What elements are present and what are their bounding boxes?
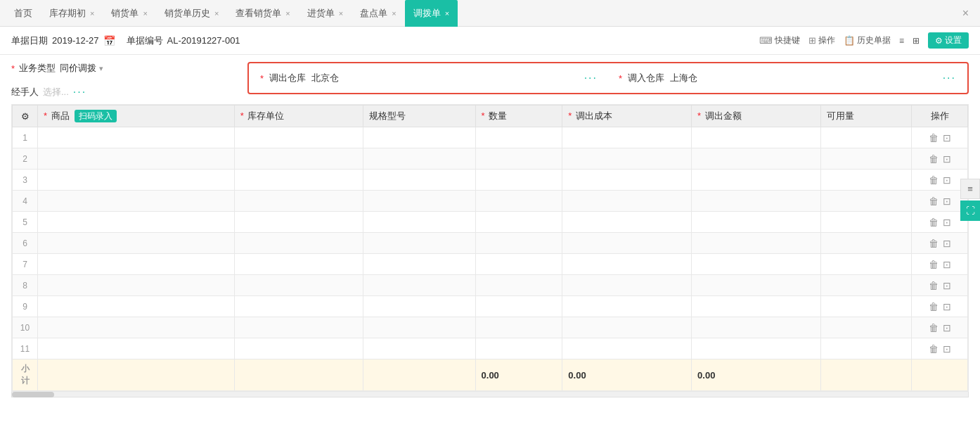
tab-close-transfer[interactable]: ×: [445, 9, 449, 18]
layout-list-button[interactable]: ≡: [899, 36, 904, 46]
history-button[interactable]: 📋 历史单据: [844, 34, 891, 46]
scrollbar-thumb[interactable]: [12, 392, 54, 397]
delete-row-button[interactable]: 🗑: [929, 238, 939, 249]
row-qty[interactable]: [475, 275, 562, 296]
delete-row-button[interactable]: 🗑: [929, 132, 939, 144]
copy-row-button[interactable]: ⊡: [943, 174, 951, 186]
delete-row-button[interactable]: 🗑: [929, 280, 939, 291]
horizontal-scrollbar[interactable]: [11, 392, 969, 397]
row-amount[interactable]: [692, 170, 821, 191]
delete-row-button[interactable]: 🗑: [929, 259, 939, 270]
tab-close-purchase-order[interactable]: ×: [339, 9, 343, 18]
row-spec[interactable]: [363, 127, 475, 148]
row-cost[interactable]: [562, 191, 692, 212]
row-unit[interactable]: [234, 275, 363, 296]
row-unit[interactable]: [234, 170, 363, 191]
row-product[interactable]: [38, 191, 235, 212]
row-cost[interactable]: [562, 148, 692, 170]
delete-row-button[interactable]: 🗑: [929, 153, 939, 165]
row-qty[interactable]: [475, 338, 562, 359]
right-panel-list-button[interactable]: ≡: [960, 179, 980, 199]
row-amount[interactable]: [692, 191, 821, 212]
shortcut-button[interactable]: ⌨ 快捷键: [759, 34, 800, 46]
tab-close-view-sales[interactable]: ×: [285, 9, 290, 18]
row-amount[interactable]: [692, 233, 821, 254]
tab-stocktake[interactable]: 盘点单 ×: [352, 0, 404, 27]
row-unit[interactable]: [234, 148, 363, 170]
row-amount[interactable]: [692, 127, 821, 148]
tab-view-sales[interactable]: 查看销货单 ×: [227, 0, 298, 27]
tab-sales-history[interactable]: 销货单历史 ×: [156, 0, 227, 27]
delete-row-button[interactable]: 🗑: [929, 301, 939, 312]
window-close-button[interactable]: ×: [957, 7, 974, 20]
biz-type-select[interactable]: 同价调拨 ▾: [60, 62, 165, 75]
row-qty[interactable]: [475, 317, 562, 338]
copy-row-button[interactable]: ⊡: [943, 322, 951, 333]
row-spec[interactable]: [363, 296, 475, 317]
row-product[interactable]: [38, 127, 235, 148]
delete-row-button[interactable]: 🗑: [929, 174, 939, 186]
row-amount[interactable]: [692, 338, 821, 359]
row-cost[interactable]: [562, 296, 692, 317]
layout-grid-button[interactable]: ⊞: [913, 36, 920, 46]
tab-inventory-init[interactable]: 库存期初 ×: [41, 0, 103, 27]
row-spec[interactable]: [363, 233, 475, 254]
scan-badge[interactable]: 扫码录入: [75, 110, 117, 122]
row-cost[interactable]: [562, 233, 692, 254]
row-unit[interactable]: [234, 254, 363, 275]
calendar-icon[interactable]: 📅: [103, 35, 115, 46]
row-cost[interactable]: [562, 275, 692, 296]
row-amount[interactable]: [692, 148, 821, 170]
copy-row-button[interactable]: ⊡: [943, 280, 951, 291]
row-unit[interactable]: [234, 191, 363, 212]
transfer-in-more-icon[interactable]: ···: [943, 72, 956, 84]
row-spec[interactable]: [363, 338, 475, 359]
delete-row-button[interactable]: 🗑: [929, 343, 939, 355]
row-spec[interactable]: [363, 170, 475, 191]
delete-row-button[interactable]: 🗑: [929, 322, 939, 333]
row-product[interactable]: [38, 296, 235, 317]
tab-close-sales-history[interactable]: ×: [214, 9, 219, 18]
operation-button[interactable]: ⊞ 操作: [808, 34, 835, 46]
row-product[interactable]: [38, 338, 235, 359]
row-spec[interactable]: [363, 317, 475, 338]
row-amount[interactable]: [692, 254, 821, 275]
row-amount[interactable]: [692, 296, 821, 317]
row-cost[interactable]: [562, 127, 692, 148]
row-qty[interactable]: [475, 170, 562, 191]
copy-row-button[interactable]: ⊡: [943, 132, 951, 144]
row-cost[interactable]: [562, 338, 692, 359]
right-panel-expand-button[interactable]: ⛶: [960, 200, 980, 221]
copy-row-button[interactable]: ⊡: [943, 153, 951, 165]
row-qty[interactable]: [475, 212, 562, 233]
tab-sales-order[interactable]: 销货单 ×: [103, 0, 155, 27]
row-cost[interactable]: [562, 170, 692, 191]
copy-row-button[interactable]: ⊡: [943, 301, 951, 312]
row-unit[interactable]: [234, 317, 363, 338]
row-amount[interactable]: [692, 275, 821, 296]
row-product[interactable]: [38, 317, 235, 338]
copy-row-button[interactable]: ⊡: [943, 259, 951, 270]
row-qty[interactable]: [475, 233, 562, 254]
row-product[interactable]: [38, 275, 235, 296]
row-spec[interactable]: [363, 212, 475, 233]
tab-purchase-order[interactable]: 进货单 ×: [299, 0, 352, 27]
row-product[interactable]: [38, 212, 235, 233]
row-cost[interactable]: [562, 254, 692, 275]
delete-row-button[interactable]: 🗑: [929, 196, 939, 207]
row-unit[interactable]: [234, 233, 363, 254]
row-amount[interactable]: [692, 317, 821, 338]
copy-row-button[interactable]: ⊡: [943, 343, 951, 355]
tab-transfer[interactable]: 调拨单 ×: [405, 0, 458, 27]
copy-row-button[interactable]: ⊡: [943, 238, 951, 249]
tab-close-stocktake[interactable]: ×: [392, 9, 396, 18]
row-product[interactable]: [38, 170, 235, 191]
transfer-out-more-icon[interactable]: ···: [584, 72, 598, 84]
row-unit[interactable]: [234, 296, 363, 317]
row-qty[interactable]: [475, 191, 562, 212]
tab-home[interactable]: 首页: [6, 0, 41, 27]
row-spec[interactable]: [363, 275, 475, 296]
row-product[interactable]: [38, 254, 235, 275]
row-unit[interactable]: [234, 212, 363, 233]
row-spec[interactable]: [363, 191, 475, 212]
